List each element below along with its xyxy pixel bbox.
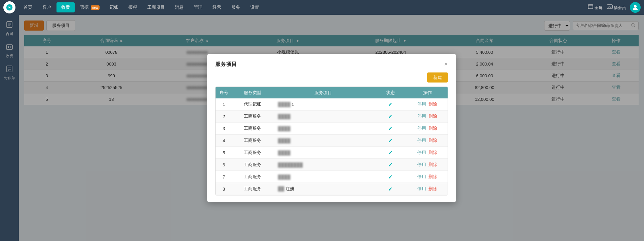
modal-row-status: ✔: [374, 110, 407, 122]
modal-col-action: 操作: [407, 87, 448, 98]
modal-row-seq: 1: [216, 98, 232, 110]
modal-col-type: 服务类型: [232, 87, 273, 98]
modal-row-type: 工商服务: [232, 134, 273, 147]
sidebar-item-contract-label: 合同: [6, 31, 13, 36]
user-avatar[interactable]: [630, 2, 641, 13]
nav-fee[interactable]: 收费: [56, 2, 75, 12]
modal-row-type: 工商服务: [232, 183, 273, 195]
modal-row-seq: 7: [216, 171, 232, 183]
modal-row-type: 工商服务: [232, 110, 273, 122]
stop-button[interactable]: 停用: [417, 126, 426, 131]
modal-row-seq: 8: [216, 183, 232, 195]
delete-button[interactable]: 删除: [428, 138, 437, 143]
modal-row-action: 停用 删除: [407, 147, 448, 159]
sidebar-item-statement-label: 对账单: [4, 76, 15, 81]
modal-header: 服务项目 ×: [215, 61, 448, 68]
modal-row-item: ████ 1: [273, 98, 374, 110]
modal-table-row: 6 工商服务 ████████ ✔ 停用 删除: [216, 159, 448, 171]
nav-tax[interactable]: 报税: [124, 2, 142, 12]
modal-toolbar: 新建: [215, 72, 448, 82]
modal-row-action: 停用 删除: [407, 134, 448, 147]
sidebar-item-contract[interactable]: 合同: [1, 18, 18, 39]
nav-manage[interactable]: 管理: [189, 2, 207, 12]
stop-button[interactable]: 停用: [417, 162, 426, 167]
logo: [3, 1, 15, 13]
modal-row-type: 工商服务: [232, 122, 273, 134]
modal-row-status: ✔: [374, 122, 407, 134]
nav-client[interactable]: 客户: [38, 2, 56, 12]
modal-row-item: ████: [273, 122, 374, 134]
modal-row-type: 工商服务: [232, 171, 273, 183]
modal-table-row: 3 工商服务 ████ ✔ 停用 删除: [216, 122, 448, 134]
status-check-icon: ✔: [388, 137, 392, 143]
stop-button[interactable]: 停用: [417, 102, 426, 107]
modal-row-status: ✔: [374, 147, 407, 159]
modal-table-row: 8 工商服务 ██ 注册 ✔ 停用 删除: [216, 183, 448, 195]
stop-button[interactable]: 停用: [417, 114, 426, 119]
top-nav: 首页 客户 收费 票据 new 记账 报税 工商项目 消息 管理 经营 服务 设…: [0, 0, 644, 15]
delete-button[interactable]: 删除: [428, 174, 437, 179]
nav-right: 全屏 畅会员: [588, 2, 641, 13]
modal-row-seq: 3: [216, 122, 232, 134]
nav-invoice[interactable]: 票据 new: [75, 2, 104, 12]
nav-service[interactable]: 服务: [227, 2, 245, 12]
modal-table-row: 7 工商服务 ████ ✔ 停用 删除: [216, 171, 448, 183]
modal-col-status: 状态: [374, 87, 407, 98]
modal-row-action: 停用 删除: [407, 122, 448, 134]
sidebar: 合同 收费 对账单: [0, 15, 19, 241]
svg-rect-15: [7, 66, 12, 72]
modal-row-item: ████: [273, 171, 374, 183]
service-items-table: 序号 服务类型 服务项目 状态 操作 1 代理记账 ████ 1 ✔ 停用 删除…: [216, 87, 448, 195]
svg-rect-1: [588, 5, 593, 9]
svg-rect-8: [7, 22, 12, 28]
svg-point-7: [634, 5, 637, 8]
nav-business[interactable]: 工商项目: [143, 2, 169, 12]
modal-table-row: 5 工商服务 ████ ✔ 停用 删除: [216, 147, 448, 159]
modal-row-seq: 4: [216, 134, 232, 147]
modal-row-action: 停用 删除: [407, 110, 448, 122]
fee-icon: [6, 43, 13, 52]
status-check-icon: ✔: [388, 125, 392, 131]
status-check-icon: ✔: [388, 101, 392, 107]
nav-bookkeep[interactable]: 记账: [105, 2, 123, 12]
sidebar-item-fee[interactable]: 收费: [1, 40, 18, 61]
modal-col-seq: 序号: [216, 87, 232, 98]
modal-new-button[interactable]: 新建: [427, 72, 448, 82]
stop-button[interactable]: 停用: [417, 138, 426, 143]
delete-button[interactable]: 删除: [428, 150, 437, 155]
service-items-modal: 服务项目 × 新建 序号 服务类型 服务项目 状态 操作: [207, 54, 456, 202]
nav-items: 首页 客户 收费 票据 new 记账 报税 工商项目 消息 管理 经营 服务 设…: [19, 2, 588, 12]
sidebar-item-statement[interactable]: 对账单: [1, 63, 18, 83]
stop-button[interactable]: 停用: [417, 174, 426, 179]
delete-button[interactable]: 删除: [428, 102, 437, 107]
nav-operation[interactable]: 经营: [208, 2, 226, 12]
modal-table-row: 4 工商服务 ████ ✔ 停用 删除: [216, 134, 448, 147]
member-btn[interactable]: 畅会员: [607, 4, 626, 11]
modal-table-row: 1 代理记账 ████ 1 ✔ 停用 删除: [216, 98, 448, 110]
modal-row-item: ████: [273, 134, 374, 147]
nav-settings[interactable]: 设置: [245, 2, 264, 12]
delete-button[interactable]: 删除: [428, 162, 437, 167]
modal-row-status: ✔: [374, 134, 407, 147]
modal-row-type: 代理记账: [232, 98, 273, 110]
svg-point-13: [8, 46, 10, 48]
main-layout: 合同 收费 对账单 新增 服务项目 进行中: [0, 15, 644, 241]
modal-col-item: 服务项目: [273, 87, 374, 98]
modal-row-action: 停用 删除: [407, 183, 448, 195]
delete-button[interactable]: 删除: [428, 114, 437, 119]
nav-message[interactable]: 消息: [170, 2, 188, 12]
nav-home[interactable]: 首页: [19, 2, 37, 12]
delete-button[interactable]: 删除: [428, 186, 437, 191]
delete-button[interactable]: 删除: [428, 126, 437, 131]
stop-button[interactable]: 停用: [417, 150, 426, 155]
modal-table-header-row: 序号 服务类型 服务项目 状态 操作: [216, 87, 448, 98]
svg-point-4: [608, 6, 609, 7]
fullscreen-btn[interactable]: 全屏: [588, 4, 602, 11]
modal-close-button[interactable]: ×: [444, 61, 448, 67]
modal-row-item: ████: [273, 110, 374, 122]
svg-rect-12: [6, 45, 12, 49]
modal-row-action: 停用 删除: [407, 98, 448, 110]
svg-rect-3: [607, 5, 612, 9]
content-area: 新增 服务项目 进行中 序号 合同编码 ⇅ 客户名称: [19, 15, 644, 241]
stop-button[interactable]: 停用: [417, 186, 426, 191]
